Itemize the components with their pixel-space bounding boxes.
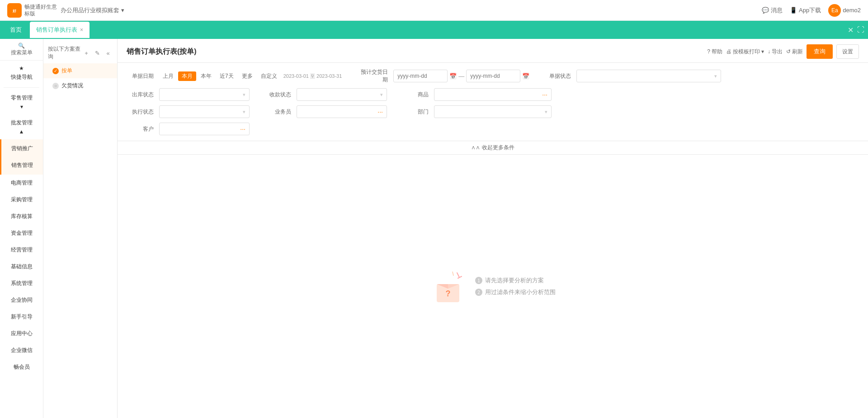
status-select[interactable]: ▾ [576,70,721,82]
app-label: App下载 [799,6,821,14]
salesperson-dots[interactable]: ··· [377,108,383,115]
sidebar-item-sales[interactable]: 销售管理 [1,157,43,174]
print-action[interactable]: 🖨 按模板打印 ▾ [726,48,764,56]
empty-tips: 1 请先选择要分析的方案 2 用过滤条件来缩小分析范围 [475,276,556,296]
goods-select[interactable]: ··· [434,88,552,101]
search-icon: 🔍 [4,43,39,49]
expected-date-end[interactable] [466,70,520,82]
empty-tip-1: 1 请先选择要分析的方案 [475,276,556,285]
cal-icon-end[interactable]: 📅 [522,73,529,80]
search-button[interactable]: 查询 [807,44,833,59]
sidebar-item-basic[interactable]: 基础信息 [0,258,43,275]
delivery-chevron: ▾ [243,92,245,98]
tab-expand-btn[interactable]: ⛶ [857,26,864,34]
dept-select[interactable]: ▾ [434,105,552,118]
export-action[interactable]: ↓ 导出 [768,48,783,56]
date-range-display: 2023-03-01 至 2023-03-31 [283,73,342,80]
tab-home[interactable]: 首页 [4,23,28,37]
scheme-item-order[interactable]: ✓ 按单 [43,63,117,78]
exec-label: 执行状态 [127,108,154,116]
date-label: 单据日期 [127,72,154,80]
help-icon: ? [707,48,710,55]
sidebar-item-operations[interactable]: 经营管理 [0,242,43,258]
svg-text:好: 好 [12,9,17,13]
date-separator: — [458,73,464,80]
sidebar-item-wholesale[interactable]: 批发管理 ▲ [0,114,43,139]
date-tab-custom[interactable]: 自定义 [257,71,281,81]
delivery-select[interactable]: ▾ [159,88,250,101]
date-tab-more[interactable]: 更多 [238,71,256,81]
page-header: 销售订单执行表(按单) ? 帮助 🖨 按模板打印 ▾ ↓ 导出 [118,39,868,63]
exec-chevron: ▾ [243,109,245,115]
main-layout: 🔍 搜索菜单 ★ 快捷导航 零售管理 ▾ 批发管理 ▲ 营销推广 销售管理 电商… [0,39,868,418]
salesperson-select[interactable]: ··· [297,105,387,118]
tab-close-icon[interactable]: × [80,27,83,33]
exec-select[interactable]: ▾ [159,105,250,118]
help-action[interactable]: ? 帮助 [707,48,722,56]
collapse-panel-btn[interactable]: « [104,48,113,57]
scheme-item-backorder[interactable]: ○ 欠货情况 [43,78,117,93]
sidebar-item-wechat[interactable]: 企业微信 [0,342,43,359]
payment-chevron: ▾ [380,92,383,98]
tab-home-label: 首页 [10,26,22,34]
page-actions: ? 帮助 🖨 按模板打印 ▾ ↓ 导出 ↺ 刷新 [707,44,859,59]
customer-dots[interactable]: ··· [240,125,245,133]
customer-select[interactable]: ··· [159,123,250,135]
breadcrumb-chevron[interactable]: ▾ [121,7,124,14]
edit-scheme-btn[interactable]: ✎ [93,48,102,57]
logo-text: 畅捷通好生意 标版 [24,4,57,17]
tab-close-btn[interactable]: ✕ [848,26,854,34]
settings-button[interactable]: 设置 [836,44,859,59]
message-action[interactable]: 💬 消息 [762,6,783,14]
expected-date-label: 预计交货日期 [356,68,388,84]
date-tab-last-month[interactable]: 上月 [159,71,177,81]
status-chevron: ▾ [714,73,717,79]
tab-sales-order[interactable]: 销售订单执行表 × [30,22,90,38]
expected-date-start[interactable] [393,70,448,82]
sidebar-item-system[interactable]: 系统管理 [0,275,43,292]
date-tabs: 上月 本月 本年 近7天 更多 自定义 2023-03-01 至 2023-03… [159,71,342,81]
sidebar-item-purchase[interactable]: 采购管理 [0,191,43,208]
user-action[interactable]: Ea demo2 [828,4,861,17]
date-tab-this-month[interactable]: 本月 [178,71,196,81]
sidebar-item-inventory[interactable]: 库存核算 [0,208,43,225]
ecommerce-label: 电商管理 [11,179,33,187]
main-panel: 销售订单执行表(按单) ? 帮助 🖨 按模板打印 ▾ ↓ 导出 [118,39,868,418]
sidebar-item-enterprise[interactable]: 企业协同 [0,292,43,309]
refresh-action[interactable]: ↺ 刷新 [786,48,803,56]
avatar: Ea [828,4,841,17]
apps-label: 应用中心 [11,330,33,337]
wechat-label: 企业微信 [11,347,33,354]
date-tab-this-year[interactable]: 本年 [197,71,215,81]
sidebar-item-retail[interactable]: 零售管理 ▾ [0,90,43,114]
finance-label: 资金管理 [11,229,33,237]
page-title: 销售订单执行表(按单) [127,47,197,57]
collapse-bar[interactable]: ∧∧ 收起更多条件 [118,141,868,155]
left-panel-actions: + ✎ « [82,48,113,57]
cal-icon-start[interactable]: 📅 [449,73,457,80]
sidebar-item-finance[interactable]: 资金管理 [0,225,43,242]
sidebar-item-marketing[interactable]: 营销推广 [1,140,43,157]
sidebar-item-shortcut[interactable]: ★ 快捷导航 [0,61,43,86]
sidebar-item-apps[interactable]: 应用中心 [0,325,43,342]
payment-select[interactable]: ▾ [297,88,387,101]
retail-label: 零售管理 [11,94,33,102]
header-left: 好 畅捷通好生意 标版 办公用品行业模拟账套 ▾ [7,3,124,18]
sidebar-item-guide[interactable]: 新手引导 [0,309,43,325]
scheme-label-backorder: 欠货情况 [61,82,83,90]
message-icon: 💬 [762,7,769,14]
sidebar-item-member[interactable]: 畅会员 [0,359,43,375]
member-label: 畅会员 [14,363,30,371]
sidebar-item-ecommerce[interactable]: 电商管理 [0,175,43,191]
date-tab-7days[interactable]: 近7天 [216,71,237,81]
tab-bar: 首页 销售订单执行表 × ✕ ⛶ [0,21,868,39]
scheme-dot-gray: ○ [52,83,59,89]
app-download-action[interactable]: 📱 App下载 [790,6,821,14]
sidebar-search[interactable]: 🔍 搜索菜单 [0,39,43,61]
svg-line-5 [457,273,459,277]
refresh-label: 刷新 [792,48,803,56]
wholesale-label: 批发管理 [11,119,33,127]
top-header: 好 畅捷通好生意 标版 办公用品行业模拟账套 ▾ 💬 消息 📱 App下载 Ea… [0,0,868,21]
goods-dots[interactable]: ··· [542,91,547,98]
add-scheme-btn[interactable]: + [82,48,91,57]
